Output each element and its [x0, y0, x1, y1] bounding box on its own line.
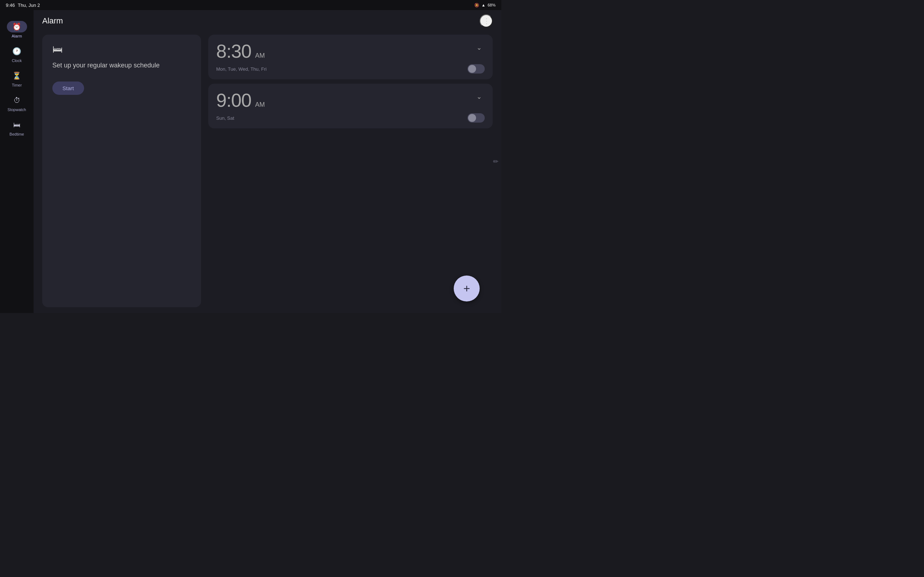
sidebar-label-bedtime: Bedtime [10, 132, 24, 136]
app-bar: Alarm ⋮ [34, 10, 501, 32]
chevron-down-icon-1: ⌄ [477, 93, 482, 101]
chevron-down-icon-0: ⌄ [477, 44, 482, 52]
stopwatch-icon: ⏱ [13, 96, 21, 105]
page-title: Alarm [42, 16, 63, 26]
alarm-icon: ⏰ [12, 23, 21, 31]
add-icon: + [464, 283, 470, 294]
alarm-card-0: 8:30 AM ⌄ Mon, Tue, Wed, Thu, Fri [208, 35, 493, 79]
status-icons: 🔕 ▲ 68% [474, 3, 496, 8]
sidebar-item-clock[interactable]: 🕐 Clock [0, 42, 34, 66]
wakeup-description: Set up your regular wakeup schedule [52, 61, 191, 70]
alarm-period-0: AM [255, 52, 265, 59]
sidebar-item-stopwatch[interactable]: ⏱ Stopwatch [0, 91, 34, 115]
alarm-time-display-0: 8:30 AM [216, 40, 265, 62]
alarm-time-value-1: 9:00 [216, 90, 251, 111]
edit-icon[interactable]: ✏ [493, 158, 498, 166]
add-alarm-fab[interactable]: + [454, 276, 480, 301]
toggle-knob-1 [468, 114, 476, 122]
sidebar-item-bedtime[interactable]: 🛏 Bedtime [0, 115, 34, 140]
more-icon: ⋮ [483, 16, 490, 25]
sidebar-label-clock: Clock [12, 58, 22, 63]
sidebar-label-alarm: Alarm [11, 34, 22, 38]
battery-icon: 68% [488, 3, 496, 7]
toggle-knob-0 [468, 65, 476, 73]
content-area: 🛏 Set up your regular wakeup schedule St… [34, 32, 501, 313]
status-time: 9:46 [6, 3, 15, 8]
more-options-button[interactable]: ⋮ [480, 15, 493, 27]
sidebar: ⏰ Alarm 🕐 Clock ⏳ Timer ⏱ Stopwatch 🛏 Be… [0, 10, 34, 313]
alarm-toggle-1[interactable] [467, 113, 485, 122]
sidebar-label-timer: Timer [12, 83, 22, 87]
clock-icon: 🕐 [12, 47, 21, 56]
sidebar-item-timer[interactable]: ⏳ Timer [0, 66, 34, 91]
timer-icon: ⏳ [12, 71, 21, 80]
alarm-time-row-0: 8:30 AM ⌄ [216, 40, 485, 62]
alarm-days-0: Mon, Tue, Wed, Thu, Fri [216, 66, 267, 72]
status-date: Thu, Jun 2 [18, 3, 40, 8]
alarms-list: 8:30 AM ⌄ Mon, Tue, Wed, Thu, Fri [208, 35, 493, 307]
alarm-days-row-0: Mon, Tue, Wed, Thu, Fri [216, 64, 485, 74]
mute-icon: 🔕 [474, 3, 479, 8]
wakeup-bed-icon: 🛏 [52, 43, 191, 55]
bedtime-icon: 🛏 [13, 121, 21, 129]
alarm-time-value-0: 8:30 [216, 41, 251, 62]
wakeup-schedule-card: 🛏 Set up your regular wakeup schedule St… [42, 35, 201, 307]
status-time-date: 9:46 Thu, Jun 2 [6, 3, 40, 8]
alarm-time-row-1: 9:00 AM ⌄ [216, 89, 485, 111]
alarm-card-1: 9:00 AM ⌄ Sun, Sat [208, 84, 493, 128]
status-bar: 9:46 Thu, Jun 2 🔕 ▲ 68% [0, 0, 501, 10]
wifi-icon: ▲ [481, 3, 485, 7]
alarm-days-row-1: Sun, Sat [216, 113, 485, 122]
alarm-toggle-0[interactable] [467, 64, 485, 74]
alarm-expand-button-1[interactable]: ⌄ [473, 91, 485, 102]
main-content: Alarm ⋮ 🛏 Set up your regular wakeup sch… [34, 10, 501, 313]
sidebar-item-alarm[interactable]: ⏰ Alarm [0, 17, 34, 42]
start-button[interactable]: Start [52, 82, 84, 95]
alarm-period-1: AM [255, 101, 265, 108]
alarm-days-1: Sun, Sat [216, 115, 234, 121]
sidebar-label-stopwatch: Stopwatch [8, 108, 26, 112]
alarm-expand-button-0[interactable]: ⌄ [473, 42, 485, 53]
alarm-time-display-1: 9:00 AM [216, 89, 265, 111]
